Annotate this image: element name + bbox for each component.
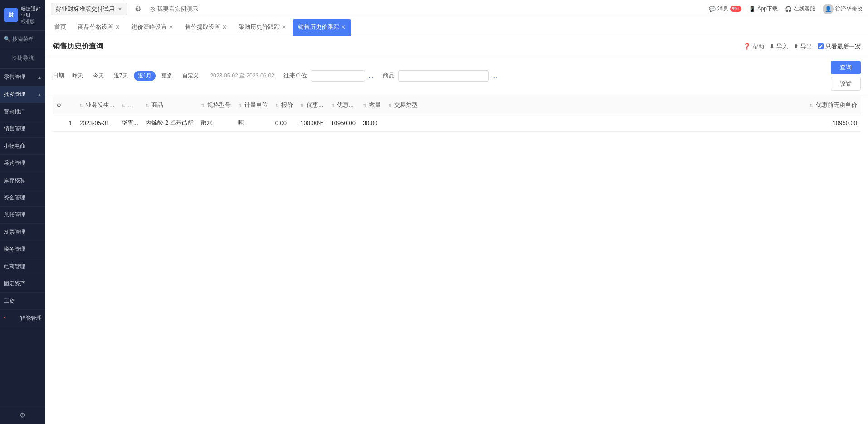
- col-discount1[interactable]: ⇅ 优惠...: [297, 96, 327, 114]
- col-settings[interactable]: ⚙: [53, 96, 65, 114]
- filter-actions: 查询 设置: [831, 61, 861, 91]
- demo-link[interactable]: ◎ 我要看实例演示: [150, 5, 198, 13]
- sidebar-item-marketing[interactable]: 营销推广: [0, 103, 45, 120]
- sort-icon: ⇅: [388, 103, 392, 108]
- sidebar-item-ledger[interactable]: 总账管理: [0, 207, 45, 224]
- product-label: 商品: [383, 72, 395, 80]
- sidebar-item-ecommerce[interactable]: 电商管理: [0, 258, 45, 275]
- date-filter-group: 日期 昨天 今天 近7天 近1月 更多 自定义 2023-05-02 至 202…: [53, 71, 274, 81]
- sidebar-item-purchase[interactable]: 采购管理: [0, 155, 45, 172]
- import-icon: ⬇: [770, 43, 775, 50]
- row-settings[interactable]: [53, 114, 65, 132]
- topbar: 好业财标准版交付试用 ▼ ⚙ ◎ 我要看实例演示 💬 消息 99+ 📱 App下…: [45, 0, 868, 18]
- service-button[interactable]: 🎧 在线客服: [785, 5, 815, 13]
- col-biz-date[interactable]: ⇅ 业务发生...: [76, 96, 117, 114]
- search-button[interactable]: 查询: [831, 61, 861, 74]
- sidebar-settings[interactable]: ⚙: [0, 406, 45, 424]
- message-button[interactable]: 💬 消息 99+: [709, 5, 741, 13]
- col-spec[interactable]: ⇅ 规格型号: [197, 96, 234, 114]
- avatar: 👤: [823, 4, 834, 14]
- col-qty[interactable]: ⇅ 数量: [359, 96, 385, 114]
- export-button[interactable]: ⬆ 导出: [794, 43, 812, 51]
- row-discount2: 10950.00: [327, 114, 359, 132]
- col-spacer: [421, 96, 806, 114]
- col-discount2[interactable]: ⇅ 优惠...: [327, 96, 359, 114]
- sidebar-item-invoice[interactable]: 发票管理: [0, 224, 45, 241]
- help-icon: ❓: [743, 43, 751, 50]
- close-icon[interactable]: ✕: [222, 24, 227, 30]
- settings-icon[interactable]: ⚙: [20, 411, 26, 419]
- panel-controls: ✕ ⤢: [838, 36, 868, 54]
- sort-icon: ⇅: [275, 103, 279, 108]
- tab-home[interactable]: 首页: [49, 19, 72, 36]
- phone-icon: 📱: [749, 6, 756, 12]
- product-more-button[interactable]: ...: [493, 72, 497, 79]
- col-price[interactable]: ⇅ 报价: [272, 96, 297, 114]
- chevron-down-icon: ▼: [117, 6, 122, 12]
- topbar-settings-icon[interactable]: ⚙: [135, 5, 141, 13]
- close-panel-button[interactable]: ✕: [842, 40, 853, 51]
- search-menu[interactable]: 🔍 搜索菜单: [0, 31, 45, 48]
- logo-icon: 财: [4, 8, 18, 22]
- date-chip-yesterday[interactable]: 昨天: [68, 71, 87, 81]
- close-icon[interactable]: ✕: [282, 24, 286, 30]
- data-table: ⚙ ⇅ 业务发生... ⇅ ... ⇅ 商品: [53, 96, 861, 132]
- col-trans-type[interactable]: ⇅ 交易类型: [385, 96, 422, 114]
- date-chip-custom[interactable]: 自定义: [178, 71, 203, 81]
- sidebar-item-inventory[interactable]: 库存核算: [0, 172, 45, 189]
- row-spacer: [421, 114, 806, 132]
- sort-icon: ⇅: [79, 103, 83, 108]
- help-button[interactable]: ❓ 帮助: [743, 43, 764, 51]
- close-icon[interactable]: ✕: [169, 24, 173, 30]
- app-download-button[interactable]: 📱 App下载: [749, 5, 778, 13]
- tab-price-settings[interactable]: 商品价格设置 ✕: [73, 19, 125, 36]
- module-selector[interactable]: 好业财标准版交付试用 ▼: [51, 3, 127, 15]
- col-pretax-price[interactable]: ⇅ 优惠前无税单价: [806, 96, 861, 114]
- import-button[interactable]: ⬇ 导入: [770, 43, 788, 51]
- close-icon[interactable]: ✕: [115, 24, 120, 30]
- table-row: 1 2023-05-31 华查... 丙烯酸-2-乙基己酯 散水 吨 0.00 …: [53, 114, 861, 132]
- col-unit[interactable]: ⇅ 计量单位: [234, 96, 272, 114]
- page-header: 销售历史价查询 ❓ 帮助 ⬇ 导入 ⬆ 导出 只看最后一次: [45, 36, 868, 55]
- date-chips: 昨天 今天 近7天 近1月 更多 自定义: [68, 71, 203, 81]
- sidebar-item-assets[interactable]: 固定资产: [0, 275, 45, 293]
- sort-icon: ⇅: [809, 103, 813, 108]
- filter-bar: 日期 昨天 今天 近7天 近1月 更多 自定义 2023-05-02 至 202…: [45, 55, 868, 96]
- row-unit: 吨: [234, 114, 272, 132]
- sort-icon: ⇅: [300, 103, 304, 108]
- user-menu[interactable]: 👤 徐泽华修改: [823, 4, 863, 14]
- col-extra[interactable]: ⇅ ...: [118, 96, 142, 114]
- date-chip-last7[interactable]: 近7天: [110, 71, 132, 81]
- sidebar-item-finance[interactable]: 资金管理: [0, 189, 45, 207]
- sidebar-item-tax[interactable]: 税务管理: [0, 241, 45, 258]
- sidebar-item-payroll[interactable]: 工资: [0, 293, 45, 310]
- sidebar-item-sales[interactable]: 销售管理: [0, 120, 45, 138]
- tab-price-extract[interactable]: 售价提取设置 ✕: [180, 19, 232, 36]
- quick-nav-item[interactable]: 快捷导航: [0, 51, 45, 66]
- only-last-checkbox[interactable]: [818, 43, 824, 49]
- date-chip-more[interactable]: 更多: [157, 71, 176, 81]
- close-icon[interactable]: ✕: [341, 24, 346, 30]
- row-biz-date: 2023-05-31: [76, 114, 117, 132]
- product-input[interactable]: [398, 70, 489, 82]
- quick-nav[interactable]: 快捷导航: [0, 48, 45, 69]
- tab-purchase-strategy[interactable]: 进价策略设置 ✕: [126, 19, 179, 36]
- sidebar-item-wholesale[interactable]: 批发管理 ▲: [0, 86, 45, 103]
- settings-button[interactable]: 设置: [831, 77, 861, 91]
- tab-purchase-history[interactable]: 采购历史价跟踪 ✕: [233, 19, 292, 36]
- sidebar-item-ecommerce-small[interactable]: 小畅电商: [0, 138, 45, 155]
- source-input[interactable]: [311, 70, 365, 82]
- date-chip-today[interactable]: 今天: [89, 71, 108, 81]
- sort-icon: ⇅: [238, 103, 242, 108]
- tab-sales-history[interactable]: 销售历史价跟踪 ✕: [293, 19, 351, 36]
- sidebar-item-smart[interactable]: 智能管理: [0, 310, 45, 327]
- col-product[interactable]: ⇅ 商品: [142, 96, 198, 114]
- expand-panel-button[interactable]: ⤢: [853, 40, 864, 51]
- row-qty: 30.00: [359, 114, 385, 132]
- sidebar-item-retail[interactable]: 零售管理 ▲: [0, 69, 45, 86]
- date-chip-last1m[interactable]: 近1月: [134, 71, 156, 81]
- row-seq: 1: [65, 114, 76, 132]
- message-badge: 99+: [730, 6, 741, 12]
- sort-icon: ⇅: [122, 103, 125, 108]
- source-more-button[interactable]: ...: [369, 72, 374, 79]
